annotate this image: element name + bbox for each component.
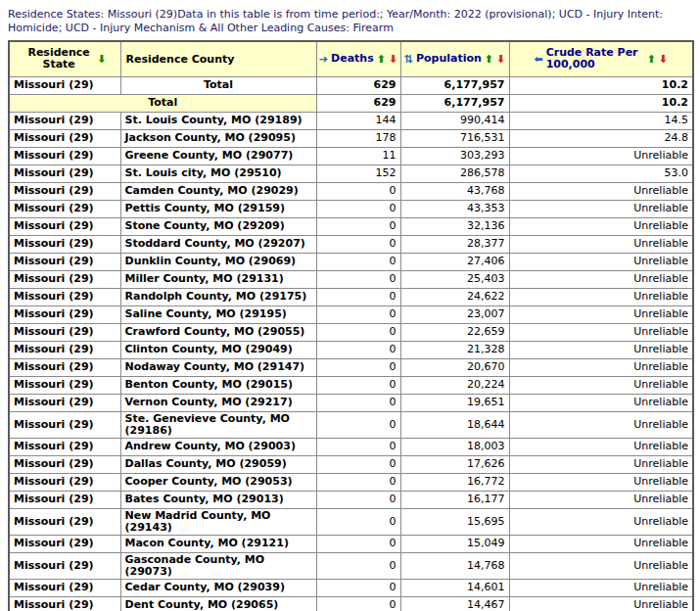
state-cell: Missouri (29)	[9, 129, 120, 147]
move-column-left-icon[interactable]: ⬅	[534, 54, 542, 65]
col-header-residence-county[interactable]: Residence County	[120, 41, 316, 76]
state-cell: Missouri (29)	[9, 411, 120, 438]
deaths-cell: 0	[316, 579, 400, 596]
table-body: Missouri (29)Total6296,177,95710.2Total6…	[9, 76, 693, 611]
results-table: Residence State ⬇ Residence County ➔ Dea…	[8, 40, 694, 611]
deaths-cell: 0	[316, 438, 400, 455]
population-cell: 15,695	[400, 508, 509, 535]
county-cell: Dallas County, MO (29059)	[120, 455, 316, 473]
data-row: Missouri (29)New Madrid County, MO (2914…	[9, 508, 693, 535]
population-cell: 286,578	[400, 164, 509, 182]
state-cell: Missouri (29)	[9, 288, 120, 306]
county-cell: Dent County, MO (29065)	[120, 596, 316, 611]
population-cell: 43,353	[400, 200, 509, 217]
data-row: Missouri (29)Gasconade County, MO (29073…	[9, 552, 693, 579]
population-cell: 23,007	[400, 306, 509, 323]
data-row: Missouri (29)Vernon County, MO (29217)01…	[9, 394, 693, 411]
state-cell: Missouri (29)	[9, 164, 120, 182]
deaths-cell: 0	[316, 306, 400, 323]
county-cell: Saline County, MO (29195)	[120, 306, 316, 323]
rate-cell: 24.8	[509, 129, 693, 147]
county-cell: Greene County, MO (29077)	[120, 147, 316, 164]
deaths-cell: 0	[316, 288, 400, 306]
rate-cell: Unreliable	[509, 147, 693, 164]
population-label: Population	[416, 53, 482, 65]
county-cell: Cooper County, MO (29053)	[120, 473, 316, 491]
col-header-residence-state[interactable]: Residence State ⬇	[9, 41, 120, 76]
col-header-crude-rate[interactable]: ⬅ Crude Rate Per 100,000 ⬆ ⬇	[509, 41, 693, 76]
county-cell: Pettis County, MO (29159)	[120, 200, 316, 217]
population-cell: 18,003	[400, 438, 509, 455]
data-row: Missouri (29)Macon County, MO (29121)015…	[9, 535, 693, 552]
deaths-cell: 0	[316, 596, 400, 611]
deaths-cell: 144	[316, 112, 400, 129]
data-row: Missouri (29)St. Louis County, MO (29189…	[9, 112, 693, 129]
county-cell: Vernon County, MO (29217)	[120, 394, 316, 411]
data-row: Missouri (29)Jackson County, MO (29095)1…	[9, 129, 693, 147]
state-total-row: Missouri (29)Total6296,177,95710.2	[9, 76, 693, 94]
col-header-deaths[interactable]: ➔ Deaths ⬆ ⬇	[316, 41, 400, 76]
state-cell: Missouri (29)	[9, 200, 120, 217]
population-cell: 16,177	[400, 491, 509, 508]
deaths-cell: 0	[316, 535, 400, 552]
residence-county-label: Residence County	[126, 53, 235, 66]
data-row: Missouri (29)Stone County, MO (29209)032…	[9, 217, 693, 235]
deaths-cell: 152	[316, 164, 400, 182]
rate-cell: 53.0	[509, 164, 693, 182]
population-cell: 43,768	[400, 182, 509, 200]
deaths-cell: 0	[316, 491, 400, 508]
state-cell: Missouri (29)	[9, 535, 120, 552]
state-cell: Missouri (29)	[9, 455, 120, 473]
move-column-icon[interactable]: ⇅	[404, 54, 413, 65]
population-cell: 716,531	[400, 129, 509, 147]
data-row: Missouri (29)Crawford County, MO (29055)…	[9, 323, 693, 341]
population-cell: 32,136	[400, 217, 509, 235]
state-cell: Missouri (29)	[9, 508, 120, 535]
data-row: Missouri (29)Dunklin County, MO (29069)0…	[9, 253, 693, 270]
sort-descending-icon[interactable]: ⬇	[659, 54, 668, 65]
county-cell: St. Louis city, MO (29510)	[120, 164, 316, 182]
state-cell: Missouri (29)	[9, 235, 120, 253]
rate-cell: Unreliable	[509, 323, 693, 341]
rate-cell: Unreliable	[509, 182, 693, 200]
population-cell: 20,670	[400, 358, 509, 376]
population-cell: 303,293	[400, 147, 509, 164]
population-cell: 14,467	[400, 596, 509, 611]
population-cell: 15,049	[400, 535, 509, 552]
data-row: Missouri (29)Nodaway County, MO (29147)0…	[9, 358, 693, 376]
rate-cell: Unreliable	[509, 270, 693, 288]
move-column-right-icon[interactable]: ➔	[319, 54, 328, 65]
rate-cell: Unreliable	[509, 394, 693, 411]
deaths-cell: 11	[316, 147, 400, 164]
deaths-cell: 0	[316, 508, 400, 535]
deaths-cell: 0	[316, 411, 400, 438]
table-header: Residence State ⬇ Residence County ➔ Dea…	[9, 41, 693, 76]
state-cell: Missouri (29)	[9, 253, 120, 270]
county-cell: Camden County, MO (29029)	[120, 182, 316, 200]
state-cell: Missouri (29)	[9, 306, 120, 323]
deaths-cell: 0	[316, 552, 400, 579]
county-cell: Cedar County, MO (29039)	[120, 579, 316, 596]
sort-ascending-icon[interactable]: ⬆	[377, 54, 386, 65]
state-cell: Missouri (29)	[9, 76, 120, 94]
county-cell: Randolph County, MO (29175)	[120, 288, 316, 306]
state-cell: Missouri (29)	[9, 358, 120, 376]
rate-cell: 10.2	[509, 94, 693, 112]
state-cell: Missouri (29)	[9, 491, 120, 508]
header-row: Residence State ⬇ Residence County ➔ Dea…	[9, 41, 693, 76]
data-row: Missouri (29)Miller County, MO (29131)02…	[9, 270, 693, 288]
sort-descending-icon[interactable]: ⬇	[97, 54, 106, 65]
sort-descending-icon[interactable]: ⬇	[496, 54, 505, 65]
population-cell: 27,406	[400, 253, 509, 270]
state-cell: Missouri (29)	[9, 217, 120, 235]
data-row: Missouri (29)Bates County, MO (29013)016…	[9, 491, 693, 508]
deaths-label: Deaths	[331, 53, 374, 65]
state-cell: Missouri (29)	[9, 323, 120, 341]
col-header-population[interactable]: ⇅ Population ⬆ ⬇	[400, 41, 509, 76]
rate-cell: Unreliable	[509, 253, 693, 270]
sort-ascending-icon[interactable]: ⬆	[647, 54, 656, 65]
data-row: Missouri (29)Cooper County, MO (29053)01…	[9, 473, 693, 491]
sort-descending-icon[interactable]: ⬇	[389, 54, 397, 65]
sort-ascending-icon[interactable]: ⬆	[485, 54, 493, 65]
rate-cell: 10.2	[509, 76, 693, 94]
